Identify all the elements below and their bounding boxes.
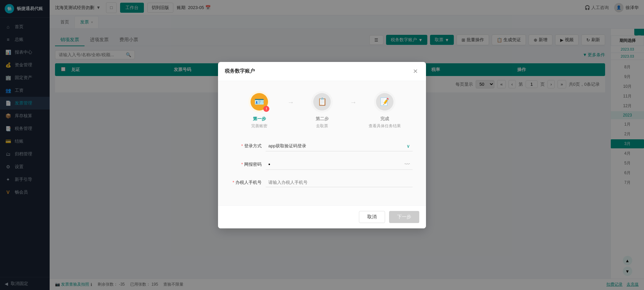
dialog-header: 税务数字账户 ✕ xyxy=(218,62,426,81)
id-card-icon: 🪪 xyxy=(254,97,264,106)
step-3-name: 完成 xyxy=(380,116,389,122)
dialog-footer: 取消 下一步 xyxy=(218,205,426,228)
step-1-desc: 完善账密 xyxy=(251,123,267,129)
steps-indicator: 🪪 ! 第一步 完善账密 → 📋 第二步 xyxy=(231,91,413,129)
login-method-value: app获取验证码登录 xyxy=(268,143,407,149)
login-method-row: 登录方式 app获取验证码登录 ∨ xyxy=(231,141,413,151)
phone-input[interactable] xyxy=(266,178,413,187)
checklist-icon: 📝 xyxy=(380,97,389,106)
step-1-badge: ! xyxy=(263,106,269,112)
step-arrow-2: → xyxy=(350,91,357,106)
dialog-body: 🪪 ! 第一步 完善账密 → 📋 第二步 xyxy=(218,81,426,205)
login-method-label: 登录方式 xyxy=(231,143,262,149)
step-2-desc: 去取票 xyxy=(316,123,328,129)
step-2-name: 第二步 xyxy=(316,116,329,122)
login-method-select[interactable]: app获取验证码登录 ∨ xyxy=(266,141,413,151)
step-3-icon-wrap: 📝 xyxy=(374,91,395,113)
step-3-icon: 📝 xyxy=(376,93,393,111)
phone-row: 办税人手机号 xyxy=(231,178,413,187)
step-2: 📋 第二步 去取票 xyxy=(294,91,350,129)
password-row: 网报密码 〰 xyxy=(231,159,413,170)
step-1-icon-wrap: 🪪 ! xyxy=(249,91,270,113)
password-input[interactable] xyxy=(268,161,405,167)
phone-label: 办税人手机号 xyxy=(231,179,262,186)
tax-digital-dialog: 税务数字账户 ✕ 🪪 ! 第一步 完善账密 → xyxy=(218,62,426,228)
dialog-close-button[interactable]: ✕ xyxy=(411,67,419,75)
cancel-button[interactable]: 取消 xyxy=(359,211,385,223)
login-method-dropdown-icon: ∨ xyxy=(407,143,410,149)
document-icon: 📋 xyxy=(318,97,327,106)
password-input-wrap: 〰 xyxy=(266,159,413,170)
password-label: 网报密码 xyxy=(231,161,262,167)
step-3: 📝 完成 查看具体任务结果 xyxy=(357,91,413,129)
dialog-overlay: 税务数字账户 ✕ 🪪 ! 第一步 完善账密 → xyxy=(0,0,644,290)
next-step-button[interactable]: 下一步 xyxy=(389,211,419,223)
step-arrow-1: → xyxy=(287,91,294,106)
step-1: 🪪 ! 第一步 完善账密 xyxy=(231,91,287,129)
step-3-desc: 查看具体任务结果 xyxy=(369,123,401,129)
step-2-icon-wrap: 📋 xyxy=(311,91,333,113)
password-toggle-icon[interactable]: 〰 xyxy=(405,161,410,167)
step-1-name: 第一步 xyxy=(253,116,266,122)
dialog-title: 税务数字账户 xyxy=(225,68,255,74)
step-2-icon: 📋 xyxy=(313,93,331,111)
